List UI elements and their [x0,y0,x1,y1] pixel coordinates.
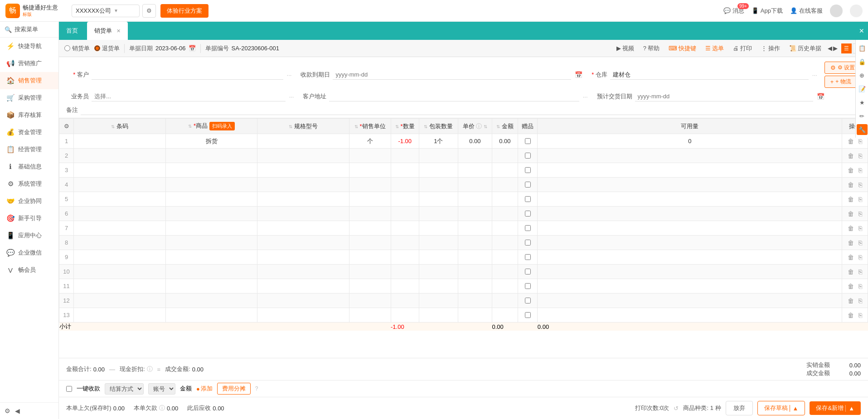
sidebar-item-inventory[interactable]: 📦 库存核算 [0,106,58,124]
row-gift[interactable] [518,308,538,323]
sidebar-item-sales-mgmt[interactable]: 🏠 销售管理 [0,72,58,89]
copy-row-icon[interactable]: ⎘ [857,181,863,188]
row-qty[interactable] [391,149,419,163]
row-product[interactable]: 拆货 [165,134,257,149]
btn-action[interactable]: ⋮ 操作 [758,43,783,54]
save-new-button[interactable]: 保存&新增 ▲ [810,401,861,415]
collapse-icon[interactable]: ◀ [15,407,20,414]
btn-history[interactable]: 📜 历史单据 [786,43,824,54]
copy-row-icon[interactable]: ⎘ [857,283,863,290]
delete-row-icon[interactable]: 🗑 [846,152,855,159]
row-barcode[interactable] [74,308,166,323]
row-barcode[interactable] [74,163,166,178]
row-barcode[interactable] [74,207,166,221]
row-qty[interactable] [391,279,419,294]
btn-select[interactable]: ☰ 选单 [703,43,727,54]
row-gift[interactable] [518,207,538,221]
row-product[interactable] [165,178,257,192]
rf-btn-5[interactable]: ★ [857,97,868,108]
sidebar-item-basic-info[interactable]: ℹ 基础信息 [0,158,58,175]
btn-shortcut[interactable]: ⌨ 快捷键 [666,43,699,54]
row-unit-price[interactable] [458,178,492,192]
row-product[interactable] [165,207,257,221]
row-gift[interactable] [518,279,538,294]
row-barcode[interactable] [74,134,166,149]
row-product[interactable] [165,221,257,236]
copy-row-icon[interactable]: ⎘ [857,297,863,304]
customer-input[interactable] [92,70,283,80]
delete-row-icon[interactable]: 🗑 [846,254,855,261]
copy-row-icon[interactable]: ⎘ [857,239,863,246]
row-gift[interactable] [518,221,538,236]
row-barcode[interactable] [74,149,166,163]
rf-btn-7[interactable]: 🔧 [857,124,868,135]
row-qty[interactable] [391,308,419,323]
delivery-date-input[interactable] [635,92,813,101]
tab-sales-order[interactable]: 销货单 ✕ [87,22,128,40]
copy-row-icon[interactable]: ⎘ [857,138,863,145]
save-draft-button[interactable]: 保存草稿 ▲ [757,401,805,415]
delete-row-icon[interactable]: 🗑 [846,210,855,217]
sidebar-item-capital-mgmt[interactable]: 💰 资金管理 [0,124,58,141]
row-barcode[interactable] [74,294,166,308]
copy-row-icon[interactable]: ⎘ [857,167,863,174]
row-product[interactable] [165,294,257,308]
row-qty[interactable] [391,192,419,207]
sidebar-search[interactable]: 🔍 搜索菜单 [0,22,58,38]
row-product[interactable] [165,149,257,163]
calendar-due-icon[interactable]: 📅 [575,71,582,78]
row-unit-price[interactable] [458,250,492,265]
fee-split-button[interactable]: 费用分摊 [217,383,251,395]
row-qty[interactable] [391,163,419,178]
row-unit-price[interactable] [458,163,492,178]
row-gift[interactable] [518,192,538,207]
row-spec[interactable] [257,178,349,192]
row-spec[interactable] [257,134,349,149]
trial-button[interactable]: 体验行业方案 [160,4,209,18]
radio-return[interactable]: 退货单 [94,44,120,53]
delete-row-icon[interactable]: 🗑 [846,239,855,246]
rf-btn-1[interactable]: 📋 [857,43,868,53]
copy-row-icon[interactable]: ⎘ [857,196,863,203]
row-unit-price[interactable] [458,308,492,323]
row-unit-price[interactable]: 0.00 [458,134,492,149]
app-download-button[interactable]: 📱 App下载 [752,7,783,15]
row-unit-price[interactable] [458,265,492,279]
row-spec[interactable] [257,149,349,163]
sidebar-item-wechat[interactable]: 💬 企业微信 [0,244,58,261]
btn-video[interactable]: ▶ 视频 [614,43,637,54]
sidebar-item-biz-mgmt[interactable]: 📋 经营管理 [0,141,58,158]
address-dots-icon[interactable]: ··· [583,93,588,100]
tab-home[interactable]: 首页 [59,22,85,40]
row-barcode[interactable] [74,279,166,294]
row-product[interactable] [165,265,257,279]
delete-row-icon[interactable]: 🗑 [846,268,855,275]
delete-row-icon[interactable]: 🗑 [846,167,855,174]
btn-help[interactable]: ? 帮助 [640,43,662,54]
row-product[interactable] [165,163,257,178]
rf-btn-4[interactable]: 📝 [857,83,868,94]
row-gift[interactable] [518,250,538,265]
avatar[interactable] [830,5,843,17]
row-barcode[interactable] [74,265,166,279]
next-arrow-icon[interactable]: ▶ [833,45,838,52]
row-unit-price[interactable] [458,207,492,221]
copy-row-icon[interactable]: ⎘ [857,210,863,217]
row-spec[interactable] [257,294,349,308]
row-unit-price[interactable] [458,221,492,236]
messages-button[interactable]: 💬 消息 99+ [723,7,744,15]
delete-row-icon[interactable]: 🗑 [846,225,855,232]
customer-address-input[interactable] [329,92,579,101]
row-qty[interactable] [391,178,419,192]
row-qty[interactable] [391,294,419,308]
gear-button[interactable]: ⚙ [142,4,156,18]
row-product[interactable] [165,279,257,294]
delete-row-icon[interactable]: 🗑 [846,312,855,319]
prev-arrow-icon[interactable]: ◀ [828,45,832,52]
row-qty[interactable]: -1.00 [391,134,419,149]
sidebar-item-vip[interactable]: V 畅会员 [0,261,58,279]
sidebar-item-app-center[interactable]: 📱 应用中心 [0,227,58,244]
sidebar-item-quick-nav[interactable]: ⚡ 快捷导航 [0,38,58,55]
rf-btn-3[interactable]: ⊕ [857,70,868,81]
btn-print[interactable]: 🖨 打印 [730,43,755,54]
